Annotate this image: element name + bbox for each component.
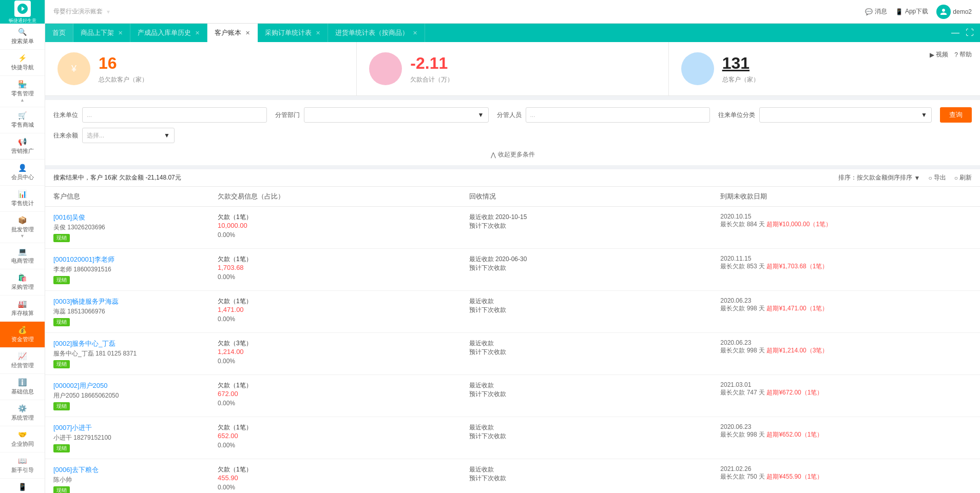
tabs-expand-btn[interactable]: ⛶ <box>964 28 976 37</box>
sidebar-item-marketing[interactable]: 📢 营销推广 <box>0 133 45 160</box>
debt-amount-3: 1,214.00 <box>218 348 469 356</box>
results-actions: 排序：按欠款金额倒序排序 ▼ ○ 导出 ○ 刷新 <box>838 173 972 182</box>
results-amount-label: 欠款金额 <box>119 174 144 181</box>
app-download-btn[interactable]: 📱 App下载 <box>895 7 928 16</box>
export-btn[interactable]: ○ 导出 <box>929 173 946 182</box>
tab-import-stats-label: 进货单统计表（按商品） <box>335 28 409 37</box>
tab-product-off[interactable]: 商品上下架 ✕ <box>73 24 130 42</box>
tab-import-stats-close[interactable]: ✕ <box>413 30 417 36</box>
col-header-due: 到期未收款日期 <box>720 192 972 201</box>
next-collection-5: 预计下次收款 <box>469 432 721 441</box>
sidebar-item-inventory[interactable]: 🏭 库存核算 <box>0 295 45 322</box>
tab-purchase-order[interactable]: 采购订单统计表 ✕ <box>258 24 328 42</box>
customer-name-4[interactable]: [000002]用户2050 <box>53 381 218 390</box>
overdue-link-1[interactable]: 超期¥1,703.68（1笔） <box>766 263 828 270</box>
sidebar-item-finance[interactable]: 💰 资金管理 <box>0 322 45 348</box>
purchase-icon: 🛍️ <box>2 273 43 282</box>
sidebar-item-retail-mall[interactable]: 🛒 零售商城 <box>0 107 45 133</box>
sidebar-item-purchase[interactable]: 🛍️ 采购管理 <box>0 269 45 295</box>
customer-name-1[interactable]: [0001020001]李老师 <box>53 255 218 264</box>
customer-name-0[interactable]: [0016]吴俊 <box>53 213 218 222</box>
customer-name-5[interactable]: [0007]小进干 <box>53 423 218 432</box>
help-action[interactable]: ? 帮助 <box>954 50 972 59</box>
overdue-link-6[interactable]: 超期¥455.90（1笔） <box>766 473 823 480</box>
dept-select[interactable]: ▼ <box>304 107 489 123</box>
sidebar-item-quick-nav[interactable]: ⚡ 快捷导航 <box>0 50 45 76</box>
sidebar-item-batch-mgmt[interactable]: 📦 批发管理 ▼ <box>0 212 45 243</box>
due-date-6: 2021.02.26 <box>720 465 972 472</box>
due-date-3: 2020.06.23 <box>720 339 972 346</box>
results-bar: 搜索结果中，客户 16家 欠款金额 -21,148.07元 排序：按欠款金额倒序… <box>45 169 980 187</box>
topbar-left: 母婴行业演示账套 ▾ <box>53 7 110 16</box>
sidebar-item-retail-mgmt[interactable]: 🏪 零售管理 ▲ <box>0 76 45 107</box>
collapse-label: 收起更多条件 <box>498 150 535 159</box>
sidebar-item-retail-stats[interactable]: 📊 零售统计 <box>0 186 45 212</box>
due-info-4: 2021.03.01 最长欠款 747 天 超期¥672.00（1笔） <box>720 381 972 397</box>
retail-stats-icon: 📊 <box>2 190 43 198</box>
due-info-2: 2020.06.23 最长欠款 998 天 超期¥1,471.00（1笔） <box>720 297 972 313</box>
overdue-link-0[interactable]: 超期¥10,000.00（1笔） <box>766 221 832 228</box>
overdue-link-5[interactable]: 超期¥652.00（1笔） <box>766 431 823 438</box>
tab-product-off-close[interactable]: ✕ <box>118 30 123 36</box>
sidebar-item-purchase-label: 采购管理 <box>2 283 43 291</box>
overdue-days-2: 最长欠款 998 天 超期¥1,471.00（1笔） <box>720 304 972 313</box>
customer-name-6[interactable]: [0006]去下粮仓 <box>53 465 218 475</box>
sidebar-item-new-guide[interactable]: 📖 新手引导 <box>0 452 45 479</box>
customer-sub-3: 服务中心_丁磊 181 0125 8371 <box>53 349 218 358</box>
overdue-amount-label: 欠款合计（万） <box>410 75 656 84</box>
user-profile[interactable]: demo2 <box>936 5 972 19</box>
customer-info-4: [000002]用户2050 用户2050 18665062050 现销 <box>53 381 218 410</box>
balance-select[interactable]: 选择... ▼ <box>82 128 175 143</box>
sidebar-item-enterprise[interactable]: 🤝 企业协同 <box>0 426 45 452</box>
sidebar-item-search[interactable]: 🔍 搜索菜单 <box>0 24 45 50</box>
tab-customer-account-close[interactable]: ✕ <box>245 30 250 36</box>
customer-name-2[interactable]: [0003]畅捷服务尹海蕊 <box>53 297 218 306</box>
sidebar-item-member[interactable]: 👤 会员中心 <box>0 160 45 186</box>
sort-chevron-icon: ▼ <box>914 174 920 182</box>
due-date-0: 2020.10.15 <box>720 213 972 220</box>
search-button[interactable]: 查询 <box>940 107 972 123</box>
customer-info-3: [0002]服务中心_丁磊 服务中心_丁磊 181 0125 8371 现销 <box>53 339 218 368</box>
sidebar-item-app-center[interactable]: 📱 应用中心 <box>0 479 45 493</box>
table-header: 客户信息 欠款交易信息（占比） 回收情况 到期未收款日期 <box>45 187 980 207</box>
refresh-btn[interactable]: ○ 刷新 <box>954 173 972 182</box>
tab-import-stats[interactable]: 进货单统计表（按商品） ✕ <box>328 24 425 42</box>
tab-purchase-order-close[interactable]: ✕ <box>316 30 320 36</box>
overdue-link-4[interactable]: 超期¥672.00（1笔） <box>766 389 823 396</box>
person-input[interactable]: ... <box>526 107 710 123</box>
table-row: [0001020001]李老师 李老师 18600391516 现销 欠款（1笔… <box>45 249 980 291</box>
collapse-row: ⋀ 收起更多条件 <box>53 148 972 161</box>
filter-person: 分管人员 ... <box>497 107 710 123</box>
tab-customer-account[interactable]: 客户账本 ✕ <box>207 24 258 42</box>
tab-production-history[interactable]: 产成品入库单历史 ✕ <box>130 24 207 42</box>
filter-area: 往来单位 ... 分管部门 ▼ 分管人员 <box>45 100 980 165</box>
customer-name-3[interactable]: [0002]服务中心_丁磊 <box>53 339 218 348</box>
sidebar-item-system[interactable]: ⚙️ 系统管理 <box>0 400 45 426</box>
avatar <box>936 5 951 19</box>
next-collection-3: 预计下次收款 <box>469 348 721 357</box>
tab-customer-account-label: 客户账本 <box>215 28 241 37</box>
stat-card-overdue-amount: -2.11 欠款合计（万） <box>357 42 668 95</box>
overdue-link-3[interactable]: 超期¥1,214.00（3笔） <box>766 347 828 354</box>
source-unit-input[interactable]: ... <box>82 107 267 123</box>
tabs-minimize-btn[interactable]: — <box>949 28 962 37</box>
last-collection-2: 最近收款 <box>469 297 721 306</box>
sort-select[interactable]: 排序：按欠款金额倒序排序 ▼ <box>838 173 920 182</box>
overdue-link-2[interactable]: 超期¥1,471.00（1笔） <box>766 305 828 312</box>
tab-home[interactable]: 首页 <box>45 24 73 42</box>
sidebar-item-ecommerce[interactable]: 💻 电商管理 <box>0 243 45 269</box>
sidebar-item-operations[interactable]: 📈 经营管理 <box>0 348 45 374</box>
export-icon: ○ <box>929 174 932 182</box>
results-amount-value: -21,148.07元 <box>145 174 181 181</box>
source-category-select[interactable]: ▼ <box>759 107 932 123</box>
sidebar-item-basic-info[interactable]: ℹ️ 基础信息 <box>0 374 45 400</box>
sidebar-item-system-label: 系统管理 <box>2 414 43 422</box>
tab-production-history-close[interactable]: ✕ <box>195 30 200 36</box>
overdue-days-text-5: 最长欠款 998 天 <box>720 431 765 438</box>
retail-mgmt-icon: 🏪 <box>18 80 27 88</box>
message-btn[interactable]: 💬 消息 <box>865 7 887 16</box>
collapse-btn[interactable]: ⋀ 收起更多条件 <box>491 150 535 159</box>
recovery-info-5: 最近收款 预计下次收款 <box>469 423 721 441</box>
video-action[interactable]: ▶ 视频 <box>930 50 948 59</box>
batch-chevron-icon: ▼ <box>20 233 25 239</box>
